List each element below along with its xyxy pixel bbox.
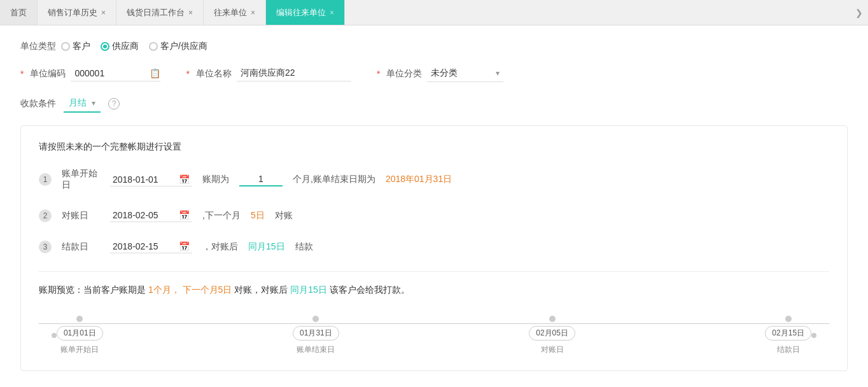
unit-category-select[interactable]: 未分类 ▾ (427, 65, 503, 82)
preview-reconcile-day: 下一个月5日 (183, 285, 232, 295)
period-start-date-input[interactable] (113, 174, 176, 185)
timeline-label-4: 结款日 (777, 344, 800, 355)
name-required-star: * (186, 69, 189, 79)
tab-partner-unit[interactable]: 往来单位 × (204, 0, 266, 25)
unit-info-row: * 单位编码 📋 * 单位名称 * 单位分类 未分类 ▾ (20, 65, 848, 82)
preview-months: 1个月， (148, 285, 180, 295)
preview-suffix: 该客户会给我打款。 (330, 285, 410, 295)
tab-bar: 首页 销售订单历史 × 钱货日清工作台 × 往来单位 × 编辑往来单位 × ❯ (0, 0, 868, 25)
timeline-point-4: 02月15日 结款日 (765, 316, 811, 355)
period-reconcile-cal-icon[interactable]: 📅 (179, 210, 190, 220)
unit-code-group: * 单位编码 📋 (20, 66, 160, 81)
timeline-dot-4 (785, 316, 792, 322)
timeline-badge-1: 01月01日 (57, 326, 103, 341)
tab-home[interactable]: 首页 (0, 0, 38, 25)
period-row-num-3: 3 (39, 241, 52, 253)
radio-customer-circle (61, 42, 70, 51)
category-dropdown-icon: ▾ (496, 69, 500, 78)
timeline-label-2: 账单结束日 (297, 344, 335, 355)
tab-sales-label: 销售订单历史 (48, 7, 97, 18)
timeline-dot-3 (549, 316, 556, 322)
radio-both-circle (149, 42, 158, 51)
timeline-point-2: 01月31日 账单结束日 (293, 316, 339, 355)
tab-sales-close[interactable]: × (101, 8, 106, 17)
cat-required-star: * (377, 69, 380, 79)
period-reconcile-date-input[interactable] (113, 210, 176, 220)
timeline-dot-2 (312, 316, 319, 322)
period-payment-label: 结款日 (62, 241, 100, 253)
tab-edit-close[interactable]: × (330, 8, 334, 17)
unit-code-input[interactable] (71, 66, 147, 81)
period-end-date-highlight: 2018年01月31日 (386, 174, 452, 185)
tab-cash-close[interactable]: × (188, 8, 193, 17)
period-start-label: 账单开始日 (62, 168, 100, 191)
timeline-badge-4: 02月15日 (765, 326, 811, 341)
period-row-3: 3 结款日 📅 ，对账后 同月15日 结款 (39, 240, 829, 253)
period-row-num-1: 1 (39, 173, 52, 186)
unit-name-input[interactable] (237, 66, 351, 81)
preview-text: 账期预览：当前客户账期是 1个月， 下一个月5日 对账，对账后 同月15日 该客… (39, 282, 829, 298)
preview-prefix: 账期预览：当前客户账期是 (39, 285, 146, 295)
period-payment-prefix: ，对账后 (202, 241, 238, 253)
timeline-point-3: 02月05日 对账日 (529, 316, 575, 355)
unit-code-label: 单位编码 (30, 68, 66, 80)
category-value: 未分类 (431, 67, 458, 79)
period-months-input[interactable] (242, 174, 280, 184)
preview-middle: 对账，对账后 (234, 285, 288, 295)
radio-supplier[interactable]: 供应商 (101, 41, 139, 52)
radio-customer[interactable]: 客户 (61, 41, 90, 52)
period-payment-date-input[interactable] (113, 241, 176, 251)
unit-category-group: * 单位分类 未分类 ▾ (377, 65, 503, 82)
timeline-dot-1 (76, 316, 83, 322)
period-payment-cal-icon[interactable]: 📅 (179, 241, 190, 251)
unit-type-group: 单位类型 客户 供应商 客户/供应商 (20, 41, 207, 52)
radio-customer-label: 客户 (73, 41, 90, 52)
tab-cash-work[interactable]: 钱货日清工作台 × (116, 0, 204, 25)
period-row-num-2: 2 (39, 209, 52, 222)
code-required-star: * (20, 69, 24, 79)
period-months-input-box (239, 172, 283, 186)
period-reconcile-suffix: 对账 (275, 210, 293, 222)
period-payment-day-highlight: 同月15日 (248, 241, 285, 253)
unit-name-group: * 单位名称 (186, 66, 351, 81)
unit-name-label: 单位名称 (196, 68, 232, 80)
unit-code-input-wrapper: 📋 (71, 66, 160, 81)
tab-expand-button[interactable]: ❯ (850, 0, 868, 25)
period-row-2: 2 对账日 📅 ,下一个月 5日 对账 (39, 209, 829, 222)
period-reconcile-prefix: ,下一个月 (202, 210, 241, 222)
period-reconcile-date-box: 📅 (110, 209, 192, 222)
radio-both[interactable]: 客户/供应商 (149, 41, 207, 52)
timeline-points: 01月01日 账单开始日 01月31日 账单结束日 02月05日 对账日 (57, 316, 811, 355)
period-start-date-box: 📅 (110, 173, 192, 186)
tab-edit-partner[interactable]: 编辑往来单位 × (266, 0, 345, 25)
radio-supplier-label: 供应商 (112, 41, 139, 52)
tab-sales-order-history[interactable]: 销售订单历史 × (38, 0, 116, 25)
period-payment-date-box: 📅 (110, 240, 192, 253)
period-card-title: 请按照未来的一个完整帐期进行设置 (39, 141, 829, 153)
payment-condition-row: 收款条件 月结 ▾ ? (20, 95, 848, 113)
timeline-left-endpoint (52, 333, 57, 338)
payment-condition-select[interactable]: 月结 ▾ (64, 95, 101, 113)
payment-dropdown-icon: ▾ (92, 99, 95, 108)
unit-category-label: 单位分类 (386, 68, 422, 80)
main-content: 单位类型 客户 供应商 客户/供应商 * 单位编码 (0, 25, 868, 387)
preview-payment-day: 同月15日 (290, 285, 327, 295)
period-start-cal-icon[interactable]: 📅 (179, 174, 190, 185)
tab-partner-close[interactable]: × (251, 8, 255, 17)
timeline-right-endpoint (811, 333, 816, 338)
period-suffix-for: 账期为 (202, 174, 229, 185)
help-icon[interactable]: ? (108, 98, 120, 109)
radio-supplier-circle (101, 42, 109, 51)
tab-partner-label: 往来单位 (214, 7, 247, 18)
tab-cash-label: 钱货日清工作台 (127, 7, 185, 18)
period-reconcile-label: 对账日 (62, 210, 100, 222)
tab-home-label: 首页 (10, 7, 27, 18)
period-suffix-months: 个月,账单结束日期为 (293, 174, 375, 185)
payment-condition-value: 月结 (69, 97, 87, 109)
copy-icon[interactable]: 📋 (150, 68, 160, 78)
unit-type-radio-group: 客户 供应商 客户/供应商 (61, 41, 207, 52)
timeline-badge-2: 01月31日 (293, 326, 339, 341)
preview-section: 账期预览：当前客户账期是 1个月， 下一个月5日 对账，对账后 同月15日 该客… (39, 271, 829, 355)
period-payment-suffix: 结款 (295, 241, 313, 253)
timeline-point-1: 01月01日 账单开始日 (57, 316, 103, 355)
